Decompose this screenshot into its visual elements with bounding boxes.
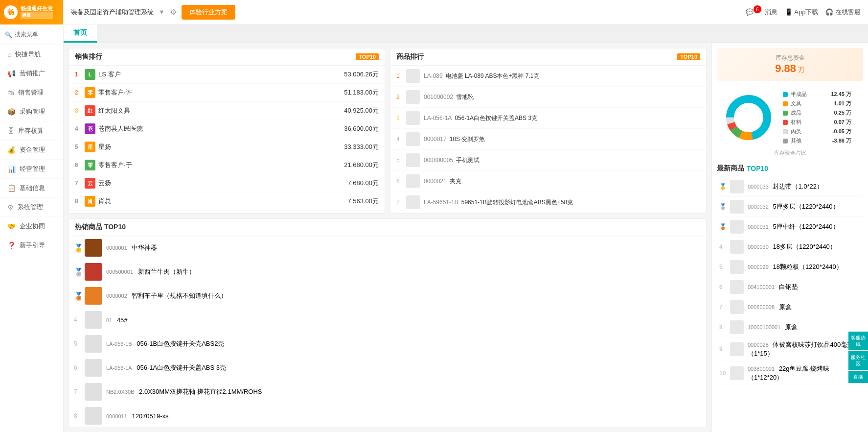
legend-item: 文具 1.01 万: [783, 100, 851, 107]
list-item: 4 0000030 18多层（1220*2440）: [717, 237, 863, 257]
product-info: LA-056-1A 056-1A白色按键开关盖ABS 3壳: [106, 363, 701, 372]
dropdown-arrow-icon[interactable]: ▼: [159, 8, 165, 16]
table-row: 5 星 星扬 33,333.00元: [69, 138, 385, 156]
livestream-btn[interactable]: 直播: [848, 371, 868, 383]
app-download[interactable]: 📱 App下载: [785, 8, 818, 17]
sidebar-item-guide[interactable]: ❓ 新手引导: [0, 236, 63, 255]
product-image: [85, 359, 102, 377]
sidebar: 畅 畅捷通好生意 标版 🔍 搜索菜单 ⌂ 快捷导航 📢 营销推广 🛍 销售管理 …: [0, 0, 64, 432]
product-image: [85, 263, 102, 281]
product-img: [730, 200, 744, 214]
sidebar-item-finance[interactable]: 💰 资金管理: [0, 141, 63, 160]
product-info: 000800008 原盒: [748, 303, 861, 312]
sidebar-search-section[interactable]: 🔍 搜索菜单: [0, 24, 63, 45]
sidebar-item-inventory[interactable]: 🗄 库存核算: [0, 121, 63, 141]
product-img: [730, 220, 744, 234]
product-img: [730, 366, 744, 380]
rank-amount: 33,333.00元: [344, 143, 379, 151]
product-info: 0000032 5厘多层（1220*2440）: [748, 202, 861, 211]
product-info: 0000001 中华神器: [106, 243, 701, 252]
table-row: 8 肖 肖总 7,563.00元: [69, 192, 385, 211]
sidebar-item-quick-nav[interactable]: ⌂ 快捷导航: [0, 45, 63, 64]
experience-btn[interactable]: 体验行业方案: [182, 5, 235, 20]
sidebar-item-label: 新手引导: [20, 241, 45, 250]
rank-name: 000800005手机测试: [424, 156, 700, 165]
middle-panels: 销售排行 TOP10 1 L LS 客户 53,006.26元 2 零: [64, 43, 711, 432]
legend-value: -0.05 万: [832, 128, 851, 135]
messages-section[interactable]: 💬 6 消息: [746, 8, 777, 17]
rank-name: 星扬: [98, 143, 344, 151]
product-ranking-header: 商品排行 TOP10: [390, 48, 706, 66]
list-item: 6 LA-056-1A 056-1A白色按键开关盖ABS 3壳: [69, 356, 706, 380]
search-icon: 🔍: [5, 31, 12, 38]
sidebar-item-label: 资金管理: [20, 145, 45, 154]
system-icon: ⚙: [7, 203, 14, 211]
list-item: 5 LA-056-1B 056-1B白色按键开关壳ABS2壳: [69, 332, 706, 356]
app-logo: 畅: [4, 5, 18, 19]
rank-number: 1: [75, 71, 85, 78]
product-info: 0000002 智利车子里（规格不知道填什么）: [106, 291, 701, 300]
inventory-icon: 🗄: [7, 127, 14, 135]
rank-name: 零售客户·于: [98, 161, 344, 169]
rank-number: 4: [396, 136, 406, 143]
settings-icon[interactable]: ⚙: [170, 7, 177, 17]
hot-products-header: 热销商品 TOP10: [69, 219, 706, 236]
sidebar-item-purchase[interactable]: 📦 采购管理: [0, 102, 63, 121]
sidebar-item-label: 快捷导航: [15, 50, 41, 59]
home-icon: ⌂: [7, 50, 11, 58]
sidebar-item-label: 销售管理: [18, 88, 44, 97]
avatar: 星: [85, 142, 95, 152]
inventory-amount-display: 9.88 万: [724, 62, 856, 75]
rank-amount: 51,183.00元: [344, 88, 379, 97]
rank-number: 10: [719, 370, 730, 377]
rank-number: 7: [75, 180, 85, 187]
legend-value: 1.01 万: [834, 100, 851, 107]
sidebar-item-marketing[interactable]: 📢 营销推广: [0, 64, 63, 83]
float-service-panel: 客服热线 服务社区 直播: [848, 332, 868, 383]
rank-number: 6: [74, 364, 85, 371]
online-service[interactable]: 🎧 在线客服: [825, 8, 861, 17]
legend-color-dot: [783, 139, 788, 144]
rank-number: 8: [719, 324, 730, 331]
rank-name: 0000021夹克: [424, 177, 700, 186]
rank-number: 5: [75, 144, 85, 150]
product-image: [85, 407, 102, 425]
legend-item: 肉类 -0.05 万: [783, 128, 851, 135]
sidebar-item-label: 系统管理: [18, 203, 43, 212]
legend-color-dot: [783, 120, 788, 125]
sales-top-badge: TOP10: [356, 53, 379, 60]
search-menu-btn[interactable]: 🔍 搜索菜单: [5, 28, 58, 41]
sidebar-header: 畅 畅捷通好生意 标版: [0, 0, 63, 24]
list-item: 9 0000028 体被窝核味苏打饮品400毫升（1*15）: [717, 337, 863, 361]
sidebar-item-system[interactable]: ⚙ 系统管理: [0, 198, 63, 217]
legend-color-dot: [783, 92, 788, 97]
table-row: 3 LA-056-1A056-1A白色按键开关盖ABS 3克: [390, 108, 706, 129]
customer-hotline-btn[interactable]: 客服热线: [848, 332, 868, 350]
product-info: 0000031 5厘中纤（1220*2440）: [748, 222, 861, 231]
sidebar-item-operation[interactable]: 📊 经营管理: [0, 160, 63, 179]
hot-products-list: 🥇 0000001 中华神器 🥈 000500001 新西兰牛肉（新牛）: [69, 236, 706, 427]
service-community-btn[interactable]: 服务社区: [848, 351, 868, 370]
rank-name: 000001710S 变刹罗煞: [424, 135, 700, 144]
rank-number: 🥈: [719, 203, 730, 210]
rank-number: 5: [74, 340, 85, 347]
legend-color-dot: [783, 129, 788, 134]
rank-number: 6: [75, 162, 85, 168]
topbar-right: 💬 6 消息 📱 App下载 🎧 在线客服: [746, 8, 861, 17]
tab-home[interactable]: 首页: [64, 24, 97, 43]
finance-icon: 💰: [7, 146, 16, 154]
hot-products-card: 热销商品 TOP10 🥇 0000001 中华神器 🥈: [69, 218, 707, 427]
rank-name: 苍南县人民医院: [98, 124, 344, 133]
product-info: 004100001 白钢垫: [748, 283, 861, 291]
rank-number: 2: [75, 89, 85, 96]
inventory-chart-section: 半成品 12.45 万 文具 1.01 万 成品 0.25 万: [717, 86, 863, 149]
sidebar-item-label: 营销推广: [20, 69, 45, 78]
sidebar-item-company[interactable]: 🤝 企业协同: [0, 217, 63, 236]
list-item: 7 NB2.0X30B 2.0X30MM双搓花轴 搓花直径2.1MM/ROHS: [69, 380, 706, 404]
sidebar-item-basic[interactable]: 📋 基础信息: [0, 179, 63, 198]
sidebar-item-sales[interactable]: 🛍 销售管理: [0, 83, 63, 102]
rank-number: 7: [719, 304, 730, 311]
sidebar-item-label: 经营管理: [20, 165, 45, 173]
product-info: NB2.0X30B 2.0X30MM双搓花轴 搓花直径2.1MM/ROHS: [106, 387, 701, 396]
company-icon: 🤝: [7, 222, 16, 230]
